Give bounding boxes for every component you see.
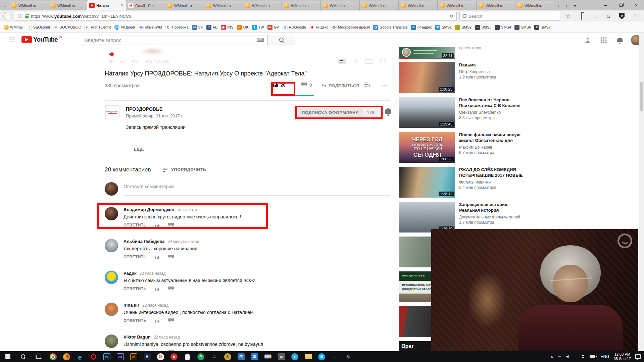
related-video[interactable]: 1:30:23 Ведьма Пётр Коврижных 1,9 млн пр… — [399, 62, 529, 93]
reply-button[interactable]: ОТВЕТИТЬ — [123, 287, 146, 291]
task-view-button[interactable] — [31, 351, 46, 362]
bookmark-item[interactable]: f FB — [205, 23, 219, 31]
taskbar-app-icon[interactable]: S — [315, 351, 328, 362]
bookmark-item[interactable]: C Проверка — [164, 23, 190, 31]
action-center-icon[interactable] — [635, 354, 641, 359]
browser-search-field[interactable]: + Search — [459, 12, 560, 21]
start-button[interactable] — [0, 351, 15, 362]
related-video[interactable]: 1:26:10 Запрещенная история. Реальная ис… — [399, 202, 529, 232]
taskbar-app-icon[interactable]: Ai — [127, 351, 140, 362]
browser-tab[interactable]: WMmail.ru × — [360, 1, 399, 10]
url-bar[interactable]: ⓘ https://www.youtube.com/watch?v=1mH1EY… — [15, 12, 457, 21]
tab-scroll-left-icon[interactable]: ‹ — [0, 3, 9, 10]
progress-bar[interactable] — [109, 54, 386, 55]
video-title[interactable]: РЖАЛ ДО СЛЁЗ КОМЕДИЯ ПОТЕРПЕВШИЕ 2017 НО… — [459, 167, 528, 178]
reading-list-icon[interactable] — [576, 13, 587, 19]
video-thumbnail[interactable]: 1:38:12 — [399, 167, 455, 198]
taskbar-app-icon[interactable]: e — [73, 351, 87, 362]
browser-tab[interactable]: WMmail.ru × — [282, 1, 321, 10]
tab-scroll-right-icon[interactable]: › — [554, 3, 562, 10]
taskbar-app-icon[interactable]: O — [154, 351, 167, 362]
page-info-icon[interactable]: ⓘ — [18, 13, 22, 19]
subtitles-icon[interactable] — [338, 59, 346, 64]
taskbar-app-icon[interactable]: P — [194, 351, 207, 362]
video-thumbnail[interactable]: 32:41 — [399, 47, 455, 59]
comment-like-icon[interactable] — [155, 223, 159, 227]
guide-hamburger-icon[interactable] — [9, 38, 15, 42]
bookmark-star-icon[interactable]: ☆ — [563, 13, 574, 20]
volume-icon[interactable] — [566, 355, 569, 359]
comment-dislike-icon[interactable] — [168, 286, 174, 292]
fullscreen-icon[interactable] — [380, 59, 386, 63]
video-thumbnail[interactable]: 1:26:10 — [399, 202, 455, 232]
comment-input[interactable]: Оставьте комментарий — [123, 182, 390, 196]
adblock-shield-icon[interactable]: V — [616, 13, 627, 19]
apps-grid-icon[interactable] — [596, 37, 612, 43]
channel-name[interactable]: Документальные фильмы онлай — [459, 215, 528, 219]
bookmark-item[interactable]: ◉ INS — [219, 23, 235, 31]
bookmark-item[interactable]: t TW — [250, 23, 266, 31]
comment-author[interactable]: irina kir — [123, 303, 139, 308]
tray-expand-icon[interactable]: ∧ — [550, 354, 554, 359]
video-overlay[interactable] — [431, 229, 638, 351]
taskbar-search-button[interactable] — [15, 351, 31, 362]
taskbar-app-icon[interactable]: Ae — [113, 351, 127, 362]
theater-mode-icon[interactable] — [365, 59, 373, 64]
download-tray-icon[interactable]: ↓ — [574, 354, 576, 359]
bookmark-item[interactable]: SMS2 — [453, 23, 473, 31]
scrollbar-thumb[interactable] — [640, 82, 643, 111]
comment-author[interactable]: Viktor Bagun — [123, 334, 151, 340]
menu-hamburger-icon[interactable]: ≡ — [630, 13, 641, 19]
bookmark-item[interactable]: G Google Translate — [371, 23, 409, 31]
home-icon[interactable]: ⌂ — [603, 13, 614, 19]
reload-icon[interactable]: ↻ — [449, 13, 453, 19]
network-wifi-icon[interactable] — [581, 355, 586, 359]
youtube-search-button[interactable] — [268, 35, 295, 45]
taskbar-app-icon[interactable]: ⊞ — [234, 351, 248, 362]
comment-like-icon[interactable] — [155, 255, 159, 259]
channel-name[interactable]: Пётр Коврижных — [459, 69, 528, 74]
subscribed-button[interactable]: ПОДПИСКА ОФОРМЛЕНА 176 — [298, 108, 378, 117]
comment-author[interactable]: Радик — [123, 271, 136, 276]
next-button[interactable]: ▶ — [120, 59, 125, 64]
bookmark-item[interactable]: VK VK — [190, 23, 205, 31]
youtube-logo[interactable]: YouTube IN — [21, 36, 62, 43]
taskbar-app-icon[interactable] — [181, 351, 194, 362]
battery-icon[interactable] — [590, 355, 596, 358]
taskbar-app-icon[interactable] — [87, 351, 100, 362]
video-thumbnail[interactable]: ЧЕРЕЗ ГОДВЫ БУДЕТЕ ЖАЛЕТЬ,ЧТО НЕ НАЧАЛИС… — [399, 132, 455, 163]
channel-name[interactable]: Фильмы новинки — [459, 180, 528, 185]
browser-tab[interactable]: WMmail.ru × — [438, 1, 477, 10]
channel-name[interactable]: Oleksandr Shevchenko — [459, 110, 528, 115]
browser-tab[interactable]: WMmail.ru × — [515, 1, 554, 10]
minimize-button[interactable] — [598, 0, 613, 10]
close-window-button[interactable]: × — [629, 0, 644, 10]
browser-tab[interactable]: WMmail.ru × — [48, 1, 87, 10]
taskbar-app-icon[interactable]: ◉ — [275, 351, 288, 362]
browser-tab[interactable]: WMmail.ru × — [477, 1, 515, 10]
video-thumbnail[interactable]: 1:30:23 — [399, 62, 455, 93]
taskbar-app-icon[interactable] — [60, 351, 73, 362]
bookmark-item[interactable]: ◎ обменWM — [137, 23, 164, 31]
comment-dislike-icon[interactable] — [168, 222, 174, 228]
channel-name[interactable]: ПРОЗДОРОВЬЕ — [126, 106, 162, 112]
back-button[interactable]: ← — [3, 12, 12, 20]
taskbar-app-icon[interactable]: ✉ — [248, 351, 261, 362]
channel-name[interactable]: Максим Бочкарёв — [459, 145, 528, 150]
new-tab-button[interactable]: + — [562, 3, 571, 10]
close-tab-icon[interactable]: × — [120, 3, 124, 8]
browser-tab[interactable]: Gmail - Per × — [126, 1, 165, 10]
bookmark-item[interactable]: ok OK — [235, 23, 250, 31]
url-text[interactable]: https://www.youtube.com/watch?v=1mH1EYiN… — [31, 14, 447, 19]
tab-list-dropdown-icon[interactable]: ▾ — [571, 3, 579, 10]
bookmark-item[interactable]: SP SOCPUBLIC — [52, 23, 83, 31]
browser-tab[interactable]: WMmail.ru × — [321, 1, 360, 10]
taskbar-app-icon[interactable] — [301, 351, 315, 362]
bookmark-item[interactable]: P ProfiTCentR — [83, 23, 113, 31]
bookmark-item[interactable]: WMmail — [2, 23, 25, 31]
reply-button[interactable]: ОТВЕТИТЬ — [123, 318, 146, 323]
browser-tab[interactable]: WMmail.ru × — [9, 1, 48, 10]
comment-author[interactable]: Владимир Дормондков — [123, 207, 174, 212]
upload-button[interactable]: ↥ — [580, 38, 596, 43]
taskbar-app-icon[interactable]: ↓ — [328, 351, 342, 362]
